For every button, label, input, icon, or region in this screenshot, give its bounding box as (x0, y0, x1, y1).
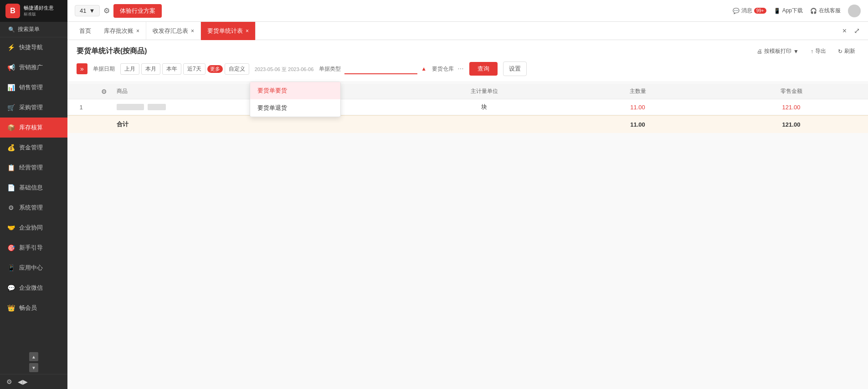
table-header: ⚙ 商品 主计量单位 主数量 零售金额 (67, 84, 868, 99)
query-button[interactable]: 查询 (469, 62, 498, 76)
th-amount: 零售金额 (714, 87, 868, 95)
app-download-btn[interactable]: 📱 App下载 (774, 7, 803, 15)
search-icon: 🔍 (8, 26, 15, 33)
system-icon: ⚙ (6, 203, 15, 212)
filter-toggle-btn[interactable]: » (77, 63, 87, 74)
sidebar-item-system[interactable]: ⚙ 系统管理 (0, 198, 67, 218)
main-area: 41 ▼ ⚙ 体验行业方案 💬 消息 99+ 📱 App下载 🎧 在线客服 (67, 0, 868, 389)
user-avatar[interactable] (848, 5, 861, 17)
maximize-btn[interactable]: ⤢ (851, 26, 863, 36)
sidebar-item-purchase[interactable]: 🛒 采购管理 (0, 97, 67, 118)
footer-qty: 11.00 (561, 121, 714, 128)
trial-button[interactable]: 体验行业方案 (113, 4, 162, 18)
print-icon: 🖨 (757, 48, 762, 55)
td-amount-1: 121.00 (714, 104, 868, 111)
sidebar-item-app-center[interactable]: 📱 应用中心 (0, 258, 67, 278)
sales-icon: 📊 (6, 83, 15, 92)
sidebar-item-quick-nav[interactable]: ⚡ 快捷导航 (0, 37, 67, 57)
warehouse-label: 要货仓库 (432, 65, 454, 73)
app-center-icon: 📱 (6, 263, 15, 272)
topbar: 41 ▼ ⚙ 体验行业方案 💬 消息 99+ 📱 App下载 🎧 在线客服 (67, 0, 868, 22)
print-chevron-icon: ▼ (793, 48, 799, 55)
tab-close-receive-summary[interactable]: × (191, 28, 194, 34)
sidebar-item-operations[interactable]: 📋 经营管理 (0, 158, 67, 178)
more-date-badge[interactable]: 更多 (207, 65, 223, 73)
page-content: 要货单统计表(按商品) 🖨 按模板打印 ▼ ↑ 导出 ↻ 刷新 » (67, 40, 868, 389)
tab-inventory-batch[interactable]: 库存批次账 × (98, 22, 146, 40)
footer-amount: 121.00 (714, 121, 868, 128)
td-seq-1: 1 (67, 104, 95, 111)
type-dropdown-arrow[interactable]: ▲ (421, 66, 426, 72)
topbar-settings-icon[interactable]: ⚙ (103, 6, 110, 15)
tab-actions: × ⤢ (840, 26, 863, 36)
operations-icon: 📋 (6, 163, 15, 172)
column-settings-icon[interactable]: ⚙ (101, 88, 107, 95)
warehouse-section: 要货仓库 ··· (432, 65, 463, 73)
last-month-btn[interactable]: 上月 (120, 63, 139, 75)
page-actions: 🖨 按模板打印 ▼ ↑ 导出 ↻ 刷新 (753, 46, 859, 57)
last-7-days-btn[interactable]: 近7天 (183, 63, 205, 75)
sidebar: B 畅捷通好生意 标准版 🔍 搜索菜单 ⚡ 快捷导航 📢 营销推广 📊 销售管理… (0, 0, 67, 389)
th-settings: ⚙ (95, 88, 113, 95)
page-header: 要货单统计表(按商品) 🖨 按模板打印 ▼ ↑ 导出 ↻ 刷新 (67, 40, 868, 57)
sidebar-item-weixin[interactable]: 💬 企业微信 (0, 278, 67, 298)
custom-date-btn[interactable]: 自定义 (225, 63, 249, 75)
weixin-icon: 💬 (6, 283, 15, 292)
filter-type-section: 单据类型 ▲ (319, 63, 426, 74)
th-qty: 主数量 (561, 87, 714, 95)
sidebar-item-member[interactable]: 👑 畅会员 (0, 298, 67, 318)
sidebar-item-enterprise[interactable]: 🤝 企业协同 (0, 218, 67, 238)
filter-area: » 单据日期 上月 本月 本年 近7天 更多 自定义 2023-05-06 至 … (67, 57, 868, 82)
th-unit: 主计量单位 (407, 87, 561, 95)
sidebar-item-guide[interactable]: 🎯 新手引导 (0, 238, 67, 258)
sidebar-toggle-icon[interactable]: ◀▶ (18, 378, 28, 385)
account-selector[interactable]: 41 ▼ (75, 5, 100, 16)
sidebar-settings-icon[interactable]: ⚙ (6, 378, 12, 385)
refresh-btn[interactable]: ↻ 刷新 (834, 46, 859, 57)
tab-close-inventory-batch[interactable]: × (136, 28, 139, 34)
footer-label: 合计 (113, 120, 407, 128)
sidebar-item-sales[interactable]: 📊 销售管理 (0, 77, 67, 97)
dropdown-item-order-return[interactable]: 要货单退货 (250, 99, 340, 117)
this-month-btn[interactable]: 本月 (141, 63, 160, 75)
date-buttons: 上月 本月 本年 近7天 更多 自定义 (120, 63, 249, 75)
app-icon: 📱 (774, 8, 781, 14)
tab-close-order-summary[interactable]: × (246, 28, 249, 34)
close-all-tabs-btn[interactable]: × (840, 26, 849, 36)
table-area: ⚙ 商品 主计量单位 主数量 零售金额 1 块 11.00 121.00 (67, 84, 868, 115)
sidebar-item-marketing[interactable]: 📢 营销推广 (0, 57, 67, 77)
sidebar-scroll-down[interactable]: ▼ (29, 363, 38, 372)
type-filter-input[interactable] (344, 63, 417, 74)
sidebar-item-finance[interactable]: 💰 资金管理 (0, 138, 67, 158)
date-range-text: 2023-05-06 至 2023-06-06 (255, 66, 314, 73)
this-year-btn[interactable]: 本年 (162, 63, 181, 75)
tab-order-summary[interactable]: 要货单统计表 × (201, 22, 256, 40)
warehouse-more-icon[interactable]: ··· (457, 65, 463, 73)
sidebar-scroll-up[interactable]: ▲ (29, 352, 38, 361)
tab-home[interactable]: 首页 (73, 22, 98, 40)
export-icon: ↑ (811, 48, 813, 55)
basic-info-icon: 📄 (6, 183, 15, 192)
export-btn[interactable]: ↑ 导出 (807, 46, 830, 57)
sidebar-search[interactable]: 🔍 搜索菜单 (0, 22, 67, 37)
print-template-btn[interactable]: 🖨 按模板打印 ▼ (753, 46, 802, 57)
table-row: 1 块 11.00 121.00 (67, 99, 868, 115)
purchase-icon: 🛒 (6, 103, 15, 112)
chevron-down-icon: ▼ (89, 7, 95, 14)
type-dropdown-menu: 要货单要货 要货单退货 (250, 82, 341, 117)
refresh-icon: ↻ (838, 48, 842, 55)
member-icon: 👑 (6, 303, 15, 312)
sidebar-item-basic-info[interactable]: 📄 基础信息 (0, 178, 67, 198)
sidebar-item-inventory[interactable]: 📦 库存核算 (0, 118, 67, 138)
tabbar: 首页 库存批次账 × 收发存汇总表 × 要货单统计表 × × ⤢ (67, 22, 868, 40)
tab-receive-summary[interactable]: 收发存汇总表 × (146, 22, 201, 40)
app-logo-icon: B (5, 4, 20, 18)
settings-filter-button[interactable]: 设置 (503, 61, 527, 76)
message-icon: 💬 (733, 8, 740, 14)
dropdown-item-order-goods[interactable]: 要货单要货 (250, 82, 340, 99)
quick-nav-icon: ⚡ (6, 43, 15, 52)
messages-btn[interactable]: 💬 消息 99+ (733, 7, 766, 15)
marketing-icon: 📢 (6, 63, 15, 72)
sidebar-logo: B 畅捷通好生意 标准版 (0, 0, 67, 22)
online-service-btn[interactable]: 🎧 在线客服 (810, 7, 841, 15)
